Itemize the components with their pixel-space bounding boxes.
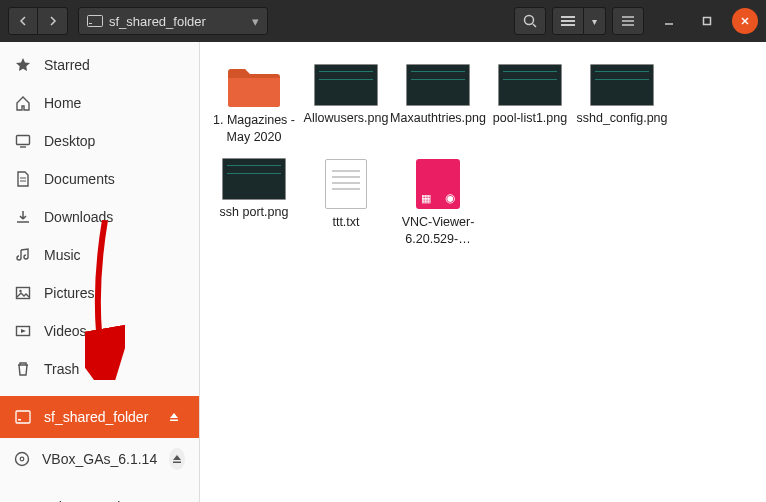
plus-icon	[14, 498, 32, 502]
music-icon	[14, 246, 32, 264]
file-label: ttt.txt	[332, 214, 359, 231]
file-view: 1. Magazines - May 2020Allowusers.pngMax…	[200, 42, 766, 502]
svg-rect-26	[173, 462, 181, 464]
sidebar-item-videos[interactable]: Videos	[0, 312, 199, 350]
folder-icon	[222, 64, 286, 108]
svg-rect-0	[88, 16, 103, 27]
eject-button[interactable]	[163, 406, 185, 428]
svg-point-19	[19, 290, 21, 292]
file-label: sshd_config.png	[576, 110, 667, 127]
chevron-down-icon: ▾	[252, 14, 259, 29]
sidebar-item-label: Downloads	[44, 209, 113, 225]
path-bar[interactable]: sf_shared_folder ▾	[78, 7, 268, 35]
disc-icon	[14, 450, 30, 468]
sidebar-item-downloads[interactable]: Downloads	[0, 198, 199, 236]
sidebar-item-label: Home	[44, 95, 81, 111]
sidebar-item-label: VBox_GAs_6.1.14	[42, 451, 157, 467]
file-item[interactable]: sshd_config.png	[576, 60, 668, 150]
chevron-down-icon: ▾	[592, 16, 597, 27]
sidebar-item-label: Documents	[44, 171, 115, 187]
file-item[interactable]: Allowusers.png	[300, 60, 392, 150]
svg-point-25	[20, 457, 24, 461]
image-thumbnail	[314, 64, 378, 106]
sidebar-item-other-locations[interactable]: Other Locations	[0, 488, 199, 502]
svg-point-24	[16, 453, 29, 466]
file-item[interactable]: Maxauthtries.png	[392, 60, 484, 150]
file-label: ssh port.png	[220, 204, 289, 221]
view-menu-button[interactable]: ▾	[584, 7, 606, 35]
sidebar-item-label: Starred	[44, 57, 90, 73]
package-icon	[406, 158, 470, 210]
view-toggle: ▾	[552, 7, 606, 35]
svg-line-3	[533, 24, 536, 27]
file-item[interactable]: 1. Magazines - May 2020	[208, 60, 300, 150]
sidebar-item-label: Trash	[44, 361, 79, 377]
sidebar-item-music[interactable]: Music	[0, 236, 199, 274]
svg-rect-11	[704, 18, 711, 25]
back-button[interactable]	[8, 7, 38, 35]
list-view-button[interactable]	[552, 7, 584, 35]
forward-button[interactable]	[38, 7, 68, 35]
titlebar: sf_shared_folder ▾ ▾	[0, 0, 766, 42]
sidebar-item-pictures[interactable]: Pictures	[0, 274, 199, 312]
sidebar-item-documents[interactable]: Documents	[0, 160, 199, 198]
file-item[interactable]: ttt.txt	[300, 154, 392, 252]
drive-icon	[87, 15, 103, 27]
sidebar-item-vbox-gas-6-1-14[interactable]: VBox_GAs_6.1.14	[0, 438, 199, 480]
minimize-button[interactable]	[656, 8, 682, 34]
search-button[interactable]	[514, 7, 546, 35]
svg-point-2	[525, 16, 534, 25]
trash-icon	[14, 360, 32, 378]
home-icon	[14, 94, 32, 112]
sidebar: StarredHomeDesktopDocumentsDownloadsMusi…	[0, 42, 200, 502]
svg-rect-23	[170, 420, 178, 422]
sidebar-item-starred[interactable]: Starred	[0, 46, 199, 84]
desktop-icon	[14, 132, 32, 150]
image-thumbnail	[406, 64, 470, 106]
close-button[interactable]	[732, 8, 758, 34]
hamburger-menu-button[interactable]	[612, 7, 644, 35]
image-thumbnail	[222, 158, 286, 200]
sidebar-item-desktop[interactable]: Desktop	[0, 122, 199, 160]
nav-buttons	[8, 7, 68, 35]
sidebar-item-label: Desktop	[44, 133, 95, 149]
image-thumbnail	[498, 64, 562, 106]
svg-rect-22	[18, 419, 21, 421]
sidebar-item-label: sf_shared_folder	[44, 409, 148, 425]
file-item[interactable]: VNC-Viewer-6.20.529-…	[392, 154, 484, 252]
downloads-icon	[14, 208, 32, 226]
documents-icon	[14, 170, 32, 188]
file-label: pool-list1.png	[493, 110, 567, 127]
svg-rect-14	[17, 136, 30, 145]
sidebar-item-trash[interactable]: Trash	[0, 350, 199, 388]
image-thumbnail	[590, 64, 654, 106]
text-file-icon	[314, 158, 378, 210]
star-icon	[14, 56, 32, 74]
eject-button[interactable]	[169, 448, 185, 470]
path-label: sf_shared_folder	[109, 14, 206, 29]
svg-rect-18	[17, 288, 30, 299]
maximize-button[interactable]	[694, 8, 720, 34]
sidebar-item-label: Pictures	[44, 285, 95, 301]
file-label: Allowusers.png	[304, 110, 389, 127]
sidebar-item-label: Videos	[44, 323, 87, 339]
drive-icon	[14, 408, 32, 426]
file-item[interactable]: pool-list1.png	[484, 60, 576, 150]
sidebar-item-home[interactable]: Home	[0, 84, 199, 122]
svg-rect-1	[89, 23, 92, 24]
file-item[interactable]: ssh port.png	[208, 154, 300, 252]
videos-icon	[14, 322, 32, 340]
pictures-icon	[14, 284, 32, 302]
svg-rect-21	[16, 411, 30, 423]
file-label: Maxauthtries.png	[390, 110, 486, 127]
sidebar-item-sf-shared-folder[interactable]: sf_shared_folder	[0, 396, 199, 438]
sidebar-item-label: Music	[44, 247, 81, 263]
file-label: VNC-Viewer-6.20.529-…	[394, 214, 482, 248]
file-label: 1. Magazines - May 2020	[210, 112, 298, 146]
